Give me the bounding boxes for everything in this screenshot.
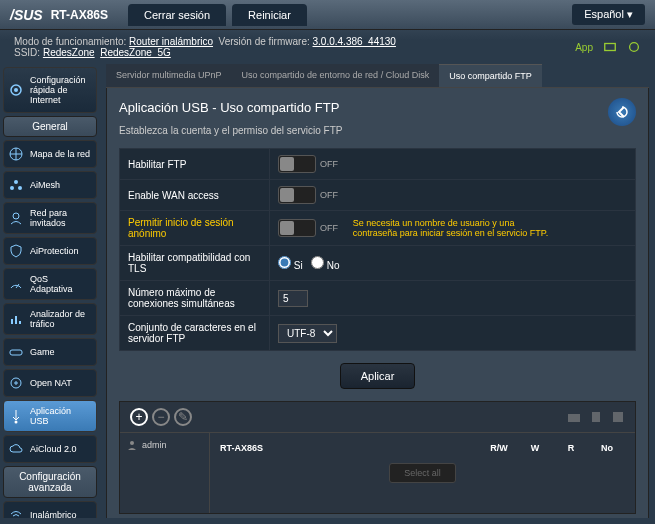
save-icon[interactable] — [611, 410, 625, 424]
sidebar: Configuración rápida de Internet General… — [0, 64, 100, 518]
folder-icon[interactable] — [567, 410, 581, 424]
model-name: RT-AX86S — [51, 8, 108, 22]
gear-icon — [8, 82, 24, 98]
svg-rect-24 — [568, 414, 580, 422]
toggle-enable-wan[interactable] — [278, 186, 316, 204]
sidebar-general-header: General — [3, 116, 97, 137]
ssid1-link[interactable]: RedesZone — [43, 47, 95, 58]
svg-rect-26 — [613, 412, 623, 422]
info-bar: Modo de funcionamiento: Router inalámbri… — [0, 30, 655, 64]
ftp-panel: Aplicación USB - Uso compartido FTP Esta… — [106, 88, 649, 518]
permissions-header: RT-AX86S R/W W R No — [216, 439, 629, 457]
remove-user-button[interactable]: − — [152, 408, 170, 426]
usb-icon — [8, 408, 24, 424]
gamepad-icon — [8, 344, 24, 360]
shield-icon — [8, 243, 24, 259]
svg-rect-10 — [15, 316, 17, 324]
panel-desc: Establezca la cuenta y el permiso del se… — [119, 125, 636, 136]
top-bar: /SUS RT-AX86S Cerrar sesión Reiniciar Es… — [0, 0, 655, 30]
svg-point-5 — [14, 180, 18, 184]
user-entry-admin[interactable]: admin — [126, 439, 203, 451]
sidebar-traffic-analyzer[interactable]: Analizador de tráfico — [3, 303, 97, 335]
sidebar-advanced-header: Configuración avanzada — [3, 466, 97, 498]
tab-ftp-share[interactable]: Uso compartido FTP — [439, 64, 542, 87]
sidebar-aimesh[interactable]: AiMesh — [3, 171, 97, 199]
app-link[interactable]: App — [575, 42, 593, 53]
sidebar-network-map[interactable]: Mapa de la red — [3, 140, 97, 168]
cloud-icon — [8, 441, 24, 457]
svg-point-27 — [130, 441, 134, 445]
guest-icon — [8, 210, 24, 226]
sidebar-usb-application[interactable]: Aplicación USB — [3, 400, 97, 432]
svg-rect-9 — [11, 319, 13, 324]
radio-tls-yes[interactable]: Si — [278, 260, 303, 271]
reboot-button[interactable]: Reiniciar — [232, 4, 307, 26]
usb-icon[interactable] — [627, 40, 641, 54]
nat-icon — [8, 375, 24, 391]
sidebar-aicloud[interactable]: AiCloud 2.0 — [3, 435, 97, 463]
svg-point-7 — [18, 186, 22, 190]
sidebar-open-nat[interactable]: Open NAT — [3, 369, 97, 397]
status-icon[interactable] — [603, 40, 617, 54]
language-selector[interactable]: Español ▾ — [572, 4, 645, 25]
firmware-link[interactable]: 3.0.0.4.386_44130 — [313, 36, 396, 47]
sidebar-qos[interactable]: QoS Adaptativa — [3, 268, 97, 300]
label-enable-ftp: Habilitar FTP — [120, 149, 270, 180]
svg-point-14 — [15, 421, 18, 424]
globe-icon — [8, 146, 24, 162]
page-icon[interactable] — [589, 410, 603, 424]
radio-tls-no[interactable]: No — [311, 260, 340, 271]
wifi-icon — [8, 507, 24, 518]
svg-rect-25 — [592, 412, 600, 422]
svg-point-3 — [14, 88, 18, 92]
label-tls: Habilitar compatibilidad con TLS — [120, 246, 270, 281]
label-charset: Conjunto de caracteres en el servidor FT… — [120, 316, 270, 351]
brand-logo: /SUS — [10, 7, 43, 23]
chart-icon — [8, 311, 24, 327]
input-max-conn[interactable] — [278, 290, 308, 307]
panel-title: Aplicación USB - Uso compartido FTP — [119, 100, 636, 115]
logout-button[interactable]: Cerrar sesión — [128, 4, 226, 26]
svg-rect-12 — [10, 350, 22, 355]
label-max-conn: Número máximo de conexiones simultáneas — [120, 281, 270, 316]
svg-point-8 — [13, 213, 19, 219]
sidebar-aiprotection[interactable]: AiProtection — [3, 237, 97, 265]
back-button[interactable] — [608, 98, 636, 126]
toggle-enable-ftp[interactable] — [278, 155, 316, 173]
content-tabs: Servidor multimedia UPnP Uso compartido … — [106, 64, 649, 88]
edit-user-button[interactable]: ✎ — [174, 408, 192, 426]
warning-text: Se necesita un nombre de usuario y una c… — [353, 218, 553, 238]
svg-point-6 — [10, 186, 14, 190]
mesh-icon — [8, 177, 24, 193]
ssid2-link[interactable]: RedesZone_5G — [100, 47, 171, 58]
sidebar-quick-setup[interactable]: Configuración rápida de Internet — [3, 67, 97, 113]
gauge-icon — [8, 276, 24, 292]
sidebar-wireless[interactable]: Inalámbrico — [3, 501, 97, 518]
select-charset[interactable]: UTF-8 — [278, 324, 337, 343]
tab-network-share[interactable]: Uso compartido de entorno de red / Cloud… — [232, 64, 440, 87]
user-icon — [126, 439, 138, 451]
svg-rect-0 — [605, 44, 616, 51]
sidebar-guest-network[interactable]: Red para invitados — [3, 202, 97, 234]
apply-button[interactable]: Aplicar — [340, 363, 416, 389]
svg-point-1 — [630, 43, 639, 52]
label-enable-wan: Enable WAN access — [120, 180, 270, 211]
label-anonymous: Permitir inicio de sesión anónimo — [120, 211, 270, 246]
toggle-anonymous[interactable] — [278, 219, 316, 237]
settings-table: Habilitar FTP OFF Enable WAN access OFF … — [119, 148, 636, 351]
svg-rect-11 — [19, 321, 21, 324]
sidebar-game[interactable]: Game — [3, 338, 97, 366]
add-user-button[interactable]: + — [130, 408, 148, 426]
mode-link[interactable]: Router inalámbrico — [129, 36, 213, 47]
user-panel: + − ✎ admin — [119, 401, 636, 514]
select-all-button[interactable]: Select all — [389, 463, 456, 483]
tab-upnp[interactable]: Servidor multimedia UPnP — [106, 64, 232, 87]
